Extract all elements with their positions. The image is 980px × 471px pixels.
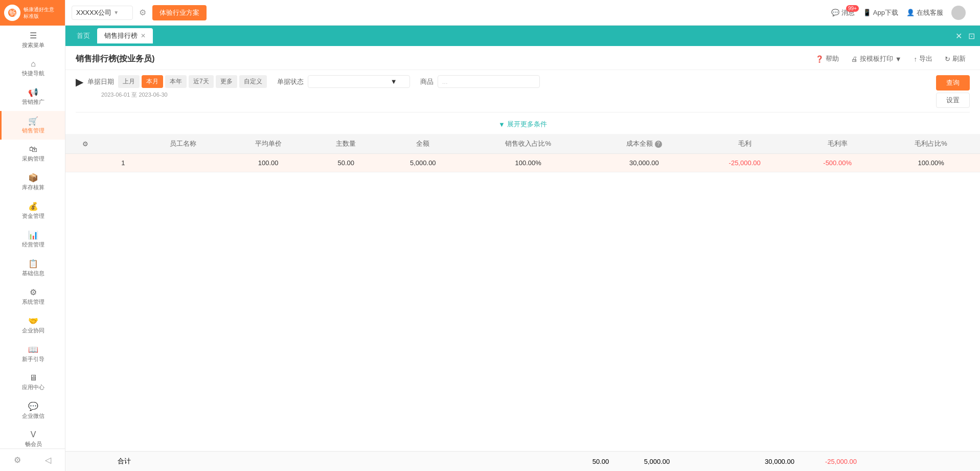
query-button[interactable]: 查询 [936,75,970,91]
sidebar-icon-14: V [31,430,36,439]
tabbar-actions: ✕ ⊡ [954,30,976,42]
collapse-icon[interactable]: ◁ [43,453,53,467]
status-select[interactable]: ▼ [308,75,410,88]
sidebar-item-10[interactable]: 🤝企业协同 [0,311,65,340]
sidebar-item-11[interactable]: 📖新手引导 [0,340,65,368]
sidebar-icon-2: 📢 [28,87,38,97]
date-range-display: 2023-06-01 至 2023-06-30 [101,91,267,99]
tab-home-label: 首页 [77,31,90,40]
tab-close-window-icon[interactable]: ✕ [954,30,963,42]
logo-icon: 畅 [4,5,20,21]
app-download-label: App下载 [873,8,898,17]
sidebar-icon-0: ☰ [30,31,37,40]
date-btn-this-month[interactable]: 本月 [142,75,163,88]
chevron-down-expand-icon: ▼ [498,121,505,128]
print-button[interactable]: 🖨 按模板打印 ▼ [847,52,906,65]
refresh-label: 刷新 [952,54,966,63]
cell-gross-pct-0: 100.00% [882,154,980,172]
app-download-button[interactable]: 📱 App下载 [863,8,898,17]
sidebar-nav: ☰搜索菜单⌂快捷导航📢营销推广🛒销售管理🛍采购管理📦库存核算💰资金管理📊经营管理… [0,26,65,448]
sidebar-item-4[interactable]: 🛍采购管理 [0,140,65,168]
refresh-button[interactable]: ↻ 刷新 [941,52,970,65]
date-btn-custom[interactable]: 自定义 [239,75,267,88]
filter-actions: 查询 设置 [936,75,970,108]
col-rank [106,134,141,154]
sidebar-item-6[interactable]: 💰资金管理 [0,196,65,225]
export-button[interactable]: ↑ 导出 [910,52,937,65]
svg-text:畅: 畅 [9,9,16,16]
expand-more-label: 展开更多条件 [507,120,547,129]
date-filter-group: ▶ 单据日期 上月 本月 本年 近7天 更多 自定义 2023-06-01 至 … [76,75,267,99]
sidebar-label-4: 采购管理 [22,155,44,163]
sidebar-item-5[interactable]: 📦库存核算 [0,168,65,196]
tab-maximize-icon[interactable]: ⊡ [967,30,976,42]
avatar[interactable] [951,6,966,20]
sidebar-item-13[interactable]: 💬企业微信 [0,396,65,425]
date-btn-this-year[interactable]: 本年 [165,75,187,88]
filter-bar: ▶ 单据日期 上月 本月 本年 近7天 更多 自定义 2023-06-01 至 … [65,70,980,134]
footer-amount: 5,000.00 [626,458,688,465]
sidebar-bottom: ⚙ ◁ [0,448,65,471]
sidebar-item-9[interactable]: ⚙系统管理 [0,282,65,311]
sidebar-item-7[interactable]: 📊经营管理 [0,225,65,254]
sidebar-item-14[interactable]: V畅会员 [0,425,65,448]
col-settings[interactable]: ⚙ [65,134,106,154]
sidebar-label-11: 新手引导 [22,355,44,363]
sidebar-item-2[interactable]: 📢营销推广 [0,82,65,111]
help-button[interactable]: ❓ 帮助 [811,52,843,65]
sidebar-label-14: 畅会员 [25,440,42,448]
sidebar-icon-5: 📦 [28,173,38,183]
try-industry-button[interactable]: 体验行业方案 [152,5,207,20]
sidebar-label-9: 系统管理 [22,298,44,306]
chevron-down-icon: ▼ [113,10,119,15]
tab-close-icon[interactable]: ✕ [141,32,146,39]
topbar-gear-icon[interactable]: ⚙ [137,6,148,19]
status-filter-label: 单据状态 [277,77,304,86]
date-btn-last-month[interactable]: 上月 [118,75,140,88]
export-label: 导出 [919,54,932,63]
sidebar-icon-11: 📖 [28,345,38,354]
table-container: ⚙ 员工名称 平均单价 主数量 全额 销售收入占比% 成本全额 ? 毛利 毛利率… [65,134,980,451]
message-button[interactable]: 💬 消息 99+ [831,8,855,17]
sidebar-label-1: 快捷导航 [22,70,44,77]
cell-sales-pct-0: 100.00% [465,154,592,172]
cell-rank-0: 1 [106,154,141,172]
cell-settings-0 [65,154,106,172]
col-amount: 全额 [381,134,465,154]
page-title: 销售排行榜(按业务员) [76,54,155,64]
filter-expand-arrow[interactable]: ▶ [76,76,83,88]
sidebar-item-1[interactable]: ⌂快捷导航 [0,54,65,82]
goods-placeholder: ... [442,78,448,85]
footer-quantity: 50.00 [575,458,626,465]
goods-input[interactable]: ... [438,75,540,88]
tab-home[interactable]: 首页 [70,28,97,43]
cell-gross-0: -25,000.00 [696,154,793,172]
company-selector[interactable]: XXXXX公司 ▼ [72,6,133,20]
date-btn-7days[interactable]: 近7天 [189,75,214,88]
print-label: 按模板打印 [860,54,893,63]
footer-label: 合计 [118,457,524,466]
sidebar-label-3: 销售管理 [22,127,44,134]
sidebar-item-12[interactable]: 🖥应用中心 [0,368,65,396]
help-icon: ❓ [815,55,824,63]
sidebar-label-7: 经营管理 [22,241,44,249]
main-area: XXXXX公司 ▼ ⚙ 体验行业方案 💬 消息 99+ 📱 App下载 👤 在线… [65,0,980,471]
col-gross: 毛利 [696,134,793,154]
settings-bottom-icon[interactable]: ⚙ [12,453,23,467]
sales-ranking-table: ⚙ 员工名称 平均单价 主数量 全额 销售收入占比% 成本全额 ? 毛利 毛利率… [65,134,980,172]
sidebar-item-3[interactable]: 🛒销售管理 [0,111,65,140]
expand-more-button[interactable]: ▼ 展开更多条件 [498,120,547,129]
sidebar-item-0[interactable]: ☰搜索菜单 [0,26,65,54]
message-icon: 💬 [831,9,839,16]
setting-button[interactable]: 设置 [936,93,970,108]
date-btn-more[interactable]: 更多 [216,75,237,88]
tab-sales-ranking[interactable]: 销售排行榜 ✕ [97,28,153,43]
cell-gross-rate-0: -500.00% [793,154,882,172]
footer-cost: 30,000.00 [749,458,810,465]
service-icon: 👤 [906,9,915,16]
online-service-button[interactable]: 👤 在线客服 [906,8,943,17]
sidebar-icon-3: 🛒 [28,116,38,126]
sidebar-item-8[interactable]: 📋基础信息 [0,254,65,282]
tabbar: 首页 销售排行榜 ✕ ✕ ⊡ [65,26,980,46]
table-footer: 合计 50.00 5,000.00 30,000.00 -25,000.00 [65,451,980,471]
